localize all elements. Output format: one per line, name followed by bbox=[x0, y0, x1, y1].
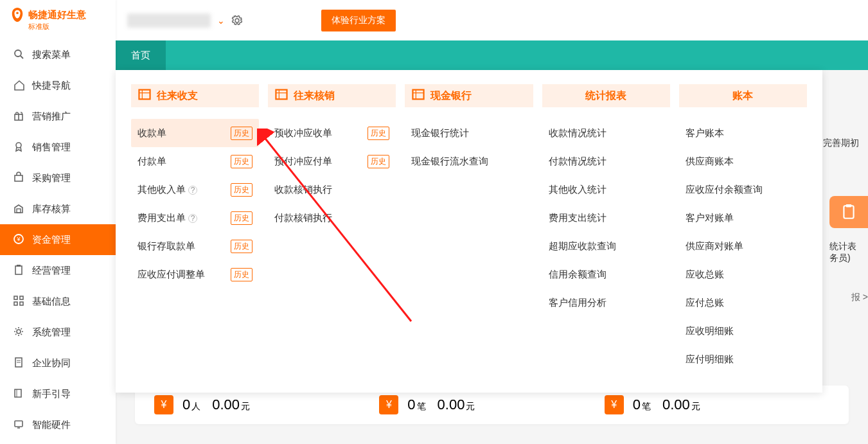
mega-item[interactable]: 银行存取款单历史 bbox=[131, 232, 259, 260]
mega-item[interactable]: 收款情况统计 bbox=[542, 119, 670, 147]
mega-item[interactable]: 信用余额查询 bbox=[542, 260, 670, 289]
history-tag[interactable]: 历史 bbox=[231, 183, 252, 197]
mega-item[interactable]: 应付总账 bbox=[679, 289, 807, 317]
svg-rect-12 bbox=[14, 296, 17, 299]
mega-item[interactable]: 费用支出统计 bbox=[542, 204, 670, 232]
svg-rect-11 bbox=[17, 265, 21, 267]
chevron-down-icon: ⌄ bbox=[217, 15, 225, 26]
history-tag[interactable]: 历史 bbox=[368, 155, 389, 168]
svg-rect-21 bbox=[15, 421, 22, 427]
mega-item[interactable]: 客户对账单 bbox=[679, 204, 807, 232]
mega-item-label: 应付总账 bbox=[686, 297, 724, 309]
history-tag[interactable]: 历史 bbox=[231, 211, 252, 225]
mega-item-label: 预付冲应付单 bbox=[274, 155, 332, 168]
mega-col-header: 往来收支 bbox=[131, 84, 259, 107]
warehouse-icon bbox=[13, 202, 24, 216]
mega-item[interactable]: 其他收入统计 bbox=[542, 175, 670, 204]
stat-3: ¥ 0笔 0.00元 bbox=[605, 395, 829, 414]
mega-item[interactable]: 付款情况统计 bbox=[542, 147, 670, 175]
right-hint-3[interactable]: 报 > bbox=[851, 292, 868, 303]
right-float-button[interactable] bbox=[829, 196, 868, 228]
mega-item[interactable]: 费用支出单?历史 bbox=[131, 204, 259, 232]
mega-item[interactable]: 付款单历史 bbox=[131, 147, 259, 175]
history-tag[interactable]: 历史 bbox=[368, 127, 389, 140]
mega-item-label: 应收应付余额查询 bbox=[686, 184, 763, 196]
mega-item[interactable]: 现金银行统计 bbox=[405, 119, 533, 147]
mega-item[interactable]: 付款核销执行 bbox=[268, 204, 396, 232]
svg-point-16 bbox=[17, 330, 21, 333]
mega-item[interactable]: 应付明细账 bbox=[679, 345, 807, 373]
sidebar-item-0[interactable]: 搜索菜单 bbox=[0, 39, 116, 70]
mega-item[interactable]: 客户账本 bbox=[679, 119, 807, 147]
sidebar-item-5[interactable]: 库存核算 bbox=[0, 193, 116, 224]
mega-item-label: 超期应收款查询 bbox=[549, 240, 616, 253]
svg-rect-33 bbox=[846, 204, 852, 207]
sidebar-item-6[interactable]: ¥资金管理 bbox=[0, 224, 116, 255]
mega-item-label: 其他收入单? bbox=[137, 184, 197, 196]
svg-rect-26 bbox=[276, 90, 287, 100]
search-icon bbox=[13, 48, 24, 62]
sidebar-item-9[interactable]: 系统管理 bbox=[0, 317, 116, 348]
mega-col-title: 统计报表 bbox=[585, 89, 626, 103]
svg-point-1 bbox=[15, 50, 21, 57]
sidebar-item-10[interactable]: 企业协同 bbox=[0, 348, 116, 378]
topbar: ⌄ 体验行业方案 bbox=[116, 0, 868, 40]
sheet-icon bbox=[411, 87, 425, 104]
mega-item[interactable]: 预付冲应付单历史 bbox=[268, 147, 396, 175]
mega-col-4: 账本客户账本供应商账本应收应付余额查询客户对账单供应商对账单应收总账应付总账应收… bbox=[679, 84, 807, 373]
mega-col-3: 统计报表收款情况统计付款情况统计其他收入统计费用支出统计超期应收款查询信用余额查… bbox=[542, 84, 670, 373]
mega-item-label: 应收应付调整单 bbox=[137, 269, 205, 281]
mega-item[interactable]: 收款单历史 bbox=[131, 119, 259, 147]
gear-icon[interactable] bbox=[231, 15, 243, 26]
svg-rect-13 bbox=[20, 296, 23, 299]
sidebar-item-2[interactable]: 营销推广 bbox=[0, 101, 116, 132]
mega-item[interactable]: 超期应收款查询 bbox=[542, 232, 670, 260]
help-icon[interactable]: ? bbox=[188, 214, 197, 223]
mega-item[interactable]: 应收应付余额查询 bbox=[679, 175, 807, 204]
experience-button[interactable]: 体验行业方案 bbox=[321, 10, 396, 31]
sidebar-item-label: 销售管理 bbox=[32, 141, 71, 154]
mega-item[interactable]: 供应商账本 bbox=[679, 147, 807, 175]
badge-icon bbox=[13, 141, 24, 154]
sidebar-item-label: 基础信息 bbox=[32, 296, 71, 308]
sidebar-item-7[interactable]: 经营管理 bbox=[0, 255, 116, 286]
mega-item[interactable]: 其他收入单?历史 bbox=[131, 175, 259, 204]
mega-item-label: 应收明细账 bbox=[686, 325, 734, 337]
sidebar-item-label: 智能硬件 bbox=[32, 419, 71, 431]
mega-item-label: 费用支出统计 bbox=[549, 212, 607, 224]
tv-icon bbox=[13, 418, 24, 432]
sidebar-item-1[interactable]: 快捷导航 bbox=[0, 70, 116, 101]
history-tag[interactable]: 历史 bbox=[231, 240, 252, 253]
sheet-icon bbox=[137, 87, 152, 104]
mega-item[interactable]: 预收冲应收单历史 bbox=[268, 119, 396, 147]
stat-2: ¥ 0笔 0.00元 bbox=[379, 395, 604, 414]
history-tag[interactable]: 历史 bbox=[231, 127, 252, 140]
sidebar-item-11[interactable]: 新手引导 bbox=[0, 378, 116, 409]
svg-point-5 bbox=[16, 143, 21, 148]
mega-item[interactable]: 收款核销执行 bbox=[268, 175, 396, 204]
help-icon[interactable]: ? bbox=[188, 186, 197, 195]
sidebar-item-3[interactable]: 销售管理 bbox=[0, 132, 116, 163]
tab-home[interactable]: 首页 bbox=[116, 40, 166, 70]
org-selector[interactable]: ⌄ bbox=[127, 13, 307, 28]
sidebar-item-8[interactable]: 基础信息 bbox=[0, 286, 116, 317]
wallet-icon: ¥ bbox=[605, 395, 624, 414]
mega-col-header: 统计报表 bbox=[542, 84, 670, 107]
sidebar-item-12[interactable]: 智能硬件 bbox=[0, 409, 116, 440]
sidebar-item-label: 企业协同 bbox=[32, 357, 71, 369]
sidebar-item-4[interactable]: 采购管理 bbox=[0, 163, 116, 193]
svg-rect-6 bbox=[15, 175, 22, 181]
right-hint-2: 统计表 务员) bbox=[829, 241, 868, 264]
mega-item[interactable]: 应收明细账 bbox=[679, 317, 807, 345]
mega-item-label: 收款单 bbox=[137, 127, 166, 139]
svg-rect-15 bbox=[20, 302, 23, 305]
mega-item[interactable]: 应收总账 bbox=[679, 260, 807, 289]
mega-item[interactable]: 现金银行流水查询 bbox=[405, 147, 533, 175]
history-tag[interactable]: 历史 bbox=[231, 155, 252, 168]
mega-col-title: 往来收支 bbox=[157, 89, 198, 103]
mega-item[interactable]: 客户信用分析 bbox=[542, 289, 670, 317]
mega-item[interactable]: 应收应付调整单历史 bbox=[131, 260, 259, 289]
history-tag[interactable]: 历史 bbox=[231, 268, 252, 281]
mega-item[interactable]: 供应商对账单 bbox=[679, 232, 807, 260]
svg-rect-32 bbox=[844, 206, 853, 218]
